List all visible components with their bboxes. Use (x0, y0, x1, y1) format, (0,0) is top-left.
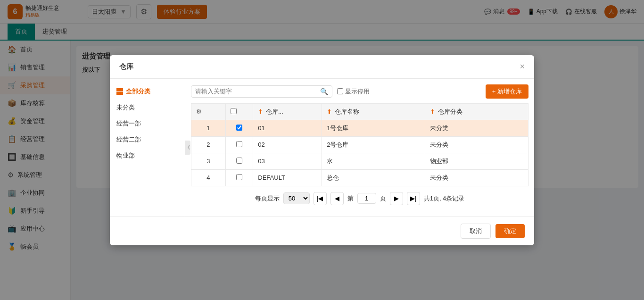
th-category-label: 仓库分类 (438, 108, 462, 115)
cat-item-op1[interactable]: 经营一部 (110, 116, 185, 132)
cat-label-prop: 物业部 (116, 151, 135, 160)
cat-item-all[interactable]: 全部分类 (110, 83, 185, 100)
th-name-label: 仓库名称 (335, 108, 359, 115)
select-all-checkbox[interactable] (231, 108, 237, 114)
search-icon: 🔍 (320, 88, 328, 95)
row-checkbox[interactable] (236, 174, 242, 180)
page-prev-button[interactable]: ◀ (330, 192, 344, 205)
row-checkbox[interactable] (236, 158, 242, 164)
th-gear: ⚙ (191, 103, 226, 120)
th-check (225, 103, 253, 120)
cell-name: 总仓 (322, 169, 425, 186)
cat-label-op1: 经营一部 (116, 119, 141, 128)
category-sidebar: 全部分类 未分类 经营一部 经营二部 物业部 《 (110, 79, 185, 217)
cancel-button[interactable]: 取消 (461, 224, 491, 239)
modal-title: 仓库 (119, 62, 133, 71)
toolbar-row: 🔍 显示停用 + 新增仓库 (191, 84, 528, 99)
cat-label-all: 全部分类 (126, 87, 150, 96)
cat-item-prop[interactable]: 物业部 (110, 148, 185, 164)
cell-category: 未分类 (425, 136, 528, 153)
modal-overlay: 仓库 × 全部分类 未分类 经营一部 经营二部 (0, 0, 644, 300)
cell-category: 未分类 (425, 169, 528, 186)
cell-name: 2号仓库 (322, 136, 425, 153)
cell-check[interactable] (225, 169, 253, 186)
total-label: 共1页, 4条记录 (424, 194, 465, 203)
show-disabled-label[interactable]: 显示停用 (337, 87, 370, 96)
cat-item-none[interactable]: 未分类 (110, 100, 185, 116)
modal-header: 仓库 × (110, 55, 534, 79)
table-row[interactable]: 2 02 2号仓库 未分类 (191, 136, 528, 153)
page-next-button[interactable]: ▶ (390, 192, 403, 205)
th-name[interactable]: ⬆ 仓库名称 (322, 103, 425, 120)
cell-category: 未分类 (425, 120, 528, 136)
show-disabled-checkbox[interactable] (337, 88, 343, 94)
cat-label-op2: 经营二部 (116, 135, 141, 144)
pagination-row: 每页显示 50 20 100 |◀ ◀ 第 页 ▶ ▶| 共1页, 4条记录 (191, 186, 528, 211)
sort-name-icon: ⬆ (327, 108, 332, 115)
cell-check[interactable] (225, 136, 253, 153)
cell-check[interactable] (225, 120, 253, 136)
th-code[interactable]: ⬆ 仓库... (253, 103, 322, 120)
page-input[interactable] (357, 193, 376, 204)
warehouse-modal: 仓库 × 全部分类 未分类 经营一部 经营二部 (110, 55, 534, 245)
table-panel: 🔍 显示停用 + 新增仓库 ⚙ ⬆ (185, 79, 534, 217)
cell-code: 01 (253, 120, 322, 136)
page-first-button[interactable]: |◀ (314, 192, 327, 205)
cell-index: 2 (191, 136, 226, 153)
cell-index: 3 (191, 153, 226, 169)
cat-label-none: 未分类 (116, 103, 135, 112)
cat-item-op2[interactable]: 经营二部 (110, 132, 185, 148)
grid-icon (116, 88, 123, 95)
show-disabled-text: 显示停用 (345, 87, 370, 96)
cat-collapse-button[interactable]: 《 (185, 141, 190, 155)
cell-index: 4 (191, 169, 226, 186)
th-code-label: 仓库... (266, 108, 283, 115)
table-row[interactable]: 3 03 水 物业部 (191, 153, 528, 169)
th-category[interactable]: ⬆ 仓库分类 (425, 103, 528, 120)
cell-code: 03 (253, 153, 322, 169)
cell-code: DEFAULT (253, 169, 322, 186)
modal-body: 全部分类 未分类 经营一部 经营二部 物业部 《 (110, 79, 534, 217)
cell-name: 1号仓库 (322, 120, 425, 136)
cell-code: 02 (253, 136, 322, 153)
page-label: 第 (347, 194, 354, 203)
cell-index: 1 (191, 120, 226, 136)
page-last-button[interactable]: ▶| (407, 192, 420, 205)
table-row[interactable]: 4 DEFAULT 总仓 未分类 (191, 169, 528, 186)
cell-category: 物业部 (425, 153, 528, 169)
modal-footer: 取消 确定 (110, 217, 534, 245)
row-checkbox[interactable] (236, 141, 242, 147)
modal-close-button[interactable]: × (520, 62, 525, 72)
sort-code-icon: ⬆ (258, 108, 263, 115)
cell-check[interactable] (225, 153, 253, 169)
table-row[interactable]: 1 01 1号仓库 未分类 (191, 120, 528, 136)
warehouse-table: ⚙ ⬆ 仓库... ⬆ 仓库名称 ⬆ (191, 103, 528, 186)
sort-cat-icon: ⬆ (430, 108, 435, 115)
search-input[interactable] (195, 88, 320, 95)
row-checkbox[interactable] (236, 125, 242, 131)
per-page-select[interactable]: 50 20 100 (283, 192, 310, 204)
page-unit-label: 页 (380, 194, 386, 203)
cell-name: 水 (322, 153, 425, 169)
per-page-label: 每页显示 (255, 194, 280, 203)
confirm-button[interactable]: 确定 (495, 224, 525, 238)
search-wrap: 🔍 (191, 85, 332, 98)
add-warehouse-button[interactable]: + 新增仓库 (486, 84, 528, 99)
